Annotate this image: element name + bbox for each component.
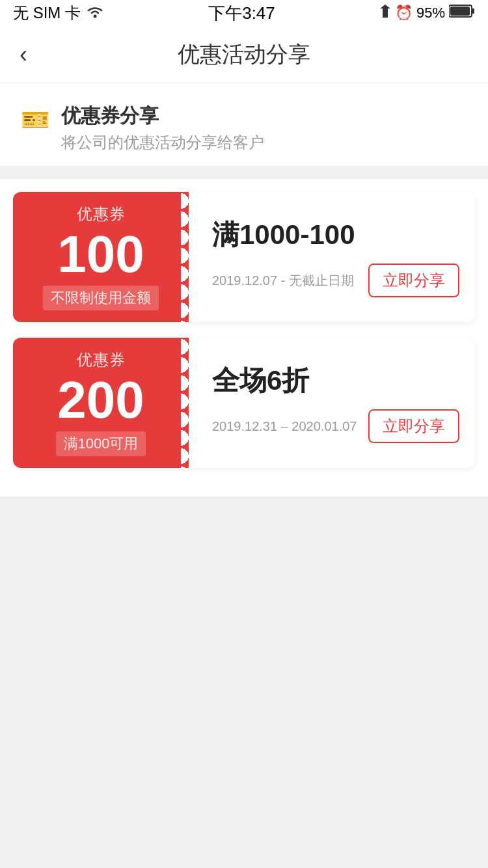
no-sim-text: 无 SIM 卡 [13, 3, 81, 23]
svg-rect-3 [450, 7, 470, 16]
coupon-left-2: 优惠券 200 满1000可用 [13, 338, 189, 468]
location-icon [379, 4, 391, 22]
section-text: 优惠券分享 将公司的优惠活动分享给客户 [61, 103, 264, 153]
coupon-share-icon: 🎫 [20, 104, 51, 135]
share-button-2[interactable]: 立即分享 [368, 409, 459, 443]
coupon-condition-1: 不限制使用金额 [43, 286, 159, 310]
nav-title: 优惠活动分享 [178, 40, 310, 70]
section-subtitle: 将公司的优惠活动分享给客户 [61, 132, 264, 153]
section-title: 优惠券分享 [61, 103, 264, 128]
status-bar: 无 SIM 卡 下午3:47 ⏰ 95% [0, 0, 488, 26]
coupon-name-1: 满1000-100 [212, 217, 459, 253]
back-button[interactable]: ‹ [20, 41, 27, 68]
coupon-label-2: 优惠券 [77, 349, 126, 370]
status-left: 无 SIM 卡 [13, 3, 104, 23]
coupon-amount-2: 200 [57, 374, 144, 426]
coupon-card-2: 优惠券 200 满1000可用 全场6折 2019.12.31 – 2020.0… [13, 338, 475, 468]
divider-1 [0, 166, 488, 179]
status-right: ⏰ 95% [379, 4, 475, 22]
battery-text: 95% [416, 5, 445, 21]
coupon-right-2: 全场6折 2019.12.31 – 2020.01.07 立即分享 [189, 338, 475, 468]
coupon-date-2: 2019.12.31 – 2020.01.07 [212, 419, 357, 434]
battery-icon [449, 4, 475, 22]
coupon-right-1: 满1000-100 2019.12.07 - 无截止日期 立即分享 [189, 192, 475, 322]
svg-point-0 [94, 15, 97, 18]
wifi-icon [86, 4, 104, 22]
nav-bar: ‹ 优惠活动分享 [0, 26, 488, 83]
coupon-bottom-2: 2019.12.31 – 2020.01.07 立即分享 [212, 409, 459, 443]
coupon-amount-1: 100 [57, 228, 144, 280]
section-header: 🎫 优惠券分享 将公司的优惠活动分享给客户 [0, 83, 488, 166]
coupon-card-1: 优惠券 100 不限制使用金额 满1000-100 2019.12.07 - 无… [13, 192, 475, 322]
coupon-left-1: 优惠券 100 不限制使用金额 [13, 192, 189, 322]
coupon-condition-2: 满1000可用 [56, 431, 146, 456]
status-time: 下午3:47 [208, 2, 275, 25]
coupon-label-1: 优惠券 [77, 204, 126, 224]
coupon-list: 优惠券 100 不限制使用金额 满1000-100 2019.12.07 - 无… [0, 179, 488, 496]
coupon-bottom-1: 2019.12.07 - 无截止日期 立即分享 [212, 264, 459, 297]
coupon-date-1: 2019.12.07 - 无截止日期 [212, 272, 354, 290]
coupon-name-2: 全场6折 [212, 362, 459, 399]
alarm-icon: ⏰ [395, 5, 413, 21]
empty-area [0, 496, 488, 822]
share-button-1[interactable]: 立即分享 [368, 264, 459, 297]
svg-rect-2 [472, 8, 474, 14]
